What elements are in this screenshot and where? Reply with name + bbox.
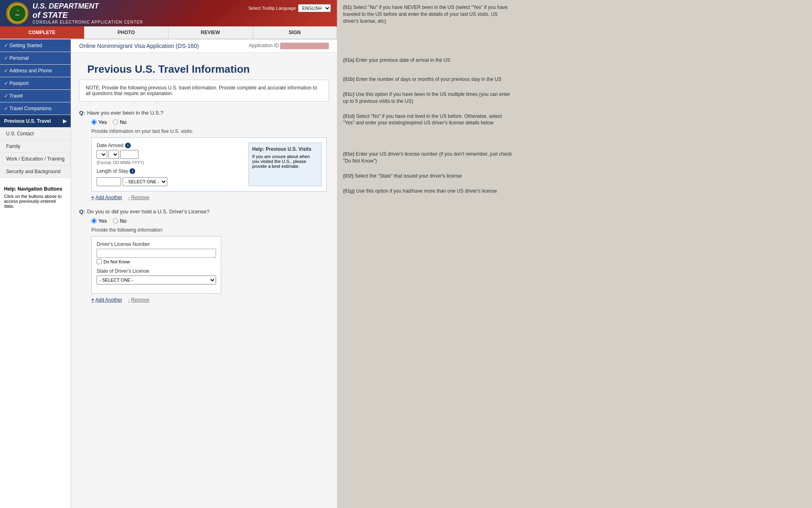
los-row: - SELECT ONE - — [97, 177, 242, 186]
ann-01g-text: Use this option if you had/have more tha… — [356, 188, 497, 194]
q1-yes-radio[interactable] — [91, 119, 97, 125]
sidebar-help: Help: Navigation Buttons Click on the bu… — [0, 182, 71, 213]
annotation-01f: (01f) Select the "State" that issued you… — [343, 173, 514, 180]
ann-01c-num: (01c) — [343, 91, 354, 97]
date-day-select[interactable] — [97, 150, 107, 159]
dl-do-not-know-label: Do Not Know — [104, 259, 130, 264]
annotation-01d: (01d) Select "No" if you have not lived … — [343, 113, 514, 127]
visit-add-another-link[interactable]: + Add Another — [91, 195, 122, 200]
sidebar-item-travel[interactable]: ✓ Travel — [0, 90, 71, 102]
q1-no-option[interactable]: No — [113, 119, 127, 125]
visit-add-another-text: Add Another — [95, 195, 122, 200]
sidebar-item-getting-started[interactable]: ✓ Getting Started — [0, 39, 71, 52]
sidebar-item-personal[interactable]: ✓ Personal — [0, 52, 71, 65]
dl-number-field: Driver's License Number Do Not Know — [97, 241, 216, 264]
nav-tabs: COMPLETE PHOTO REVIEW SIGN — [0, 26, 337, 39]
q2-label: Q: — [79, 208, 85, 215]
sidebar-item-address[interactable]: ✓ Address and Phone — [0, 65, 71, 77]
date-arrived-info-icon[interactable]: i — [125, 143, 131, 148]
dl-plus-icon: + — [91, 297, 94, 303]
q1-text: Have you ever been in the U.S.? — [87, 110, 163, 116]
visit-help-box: Help: Previous U.S. Visits If you are un… — [248, 143, 322, 186]
dept-subtitle: CONSULAR ELECTRONIC APPLICATION CENTER — [32, 20, 143, 24]
ann-01c-text: Use this option if you have been in the … — [343, 91, 510, 104]
ann-01e-text: Enter your US driver's license number (i… — [343, 151, 512, 164]
ann-01d-text: Select "No" if you have not lived in the… — [343, 113, 502, 126]
date-month-select[interactable] — [108, 150, 119, 159]
los-number-input[interactable] — [97, 177, 121, 186]
annotation-01: (01) Select "No" if you have NEVER been … — [343, 4, 514, 24]
q1-no-radio[interactable] — [113, 119, 118, 125]
q1-answer: Yes No — [91, 119, 329, 125]
q1-yes-label: Yes — [98, 119, 107, 125]
ann-01g-num: (01g) — [343, 188, 355, 194]
dl-state-field: State of Driver's License - SELECT ONE - — [97, 268, 216, 284]
sidebar-help-title: Help: Navigation Buttons — [4, 186, 67, 192]
tab-review[interactable]: REVIEW — [168, 26, 253, 39]
language-selector: Select Tooltip Language ENGLISH — [248, 4, 331, 12]
q2-yes-option[interactable]: Yes — [91, 218, 107, 224]
sidebar-item-travel-companions[interactable]: ✓ Travel Companions — [0, 102, 71, 115]
ann-01a-num: (01a) — [343, 57, 354, 63]
q1-yes-option[interactable]: Yes — [91, 119, 107, 125]
sidebar-nav: ✓ Getting Started ✓ Personal ✓ Address a… — [0, 39, 71, 178]
q2-yes-label: Yes — [98, 218, 107, 224]
visit-add-remove-row: + Add Another - Remove — [91, 195, 327, 200]
annotations-panel: (01) Select "No" if you have NEVER been … — [337, 0, 520, 508]
visit-remove-text: Remove — [131, 195, 149, 200]
visit-left: Date Arrived i — [97, 143, 242, 186]
dl-state-select[interactable]: - SELECT ONE - — [97, 276, 216, 284]
svg-text:SEAL: SEAL — [15, 14, 19, 16]
question-1-block: Q: Have you ever been in the U.S.? Yes N… — [79, 110, 329, 200]
sidebar-item-us-contact[interactable]: U.S. Contact — [0, 128, 71, 140]
visit-remove-link[interactable]: - Remove — [128, 195, 149, 200]
ann-01f-num: (01f) — [343, 173, 353, 179]
tab-complete[interactable]: COMPLETE — [0, 26, 84, 39]
q2-no-option[interactable]: No — [113, 218, 127, 224]
dl-number-label: Driver's License Number — [97, 241, 216, 247]
q2-line: Q: Do you or did you ever hold a U.S. Dr… — [79, 208, 329, 215]
visit-plus-icon: + — [91, 195, 94, 200]
visit-help-title: Help: Previous U.S. Visits — [252, 146, 318, 152]
date-year-input[interactable] — [120, 150, 138, 159]
dl-add-another-text: Add Another — [95, 297, 122, 303]
dept-title: U.S. DEPARTMENT of STATE CONSULAR ELECTR… — [32, 2, 143, 24]
q2-no-radio[interactable] — [113, 218, 118, 224]
q1-no-label: No — [120, 119, 127, 125]
q2-text: Do you or did you ever hold a U.S. Drive… — [87, 208, 209, 215]
annotation-01a: (01a) Enter your previous date of arriva… — [343, 57, 514, 64]
department-seal: ★ SEAL — [6, 2, 28, 24]
ann-01e-num: (01e) — [343, 151, 354, 157]
visit-entry-box: Date Arrived i — [91, 137, 327, 191]
q1-line: Q: Have you ever been in the U.S.? — [79, 110, 329, 116]
dept-name: U.S. DEPARTMENT — [32, 2, 143, 11]
sidebar-item-work-education[interactable]: Work / Education / Training — [0, 153, 71, 165]
sidebar-item-passport[interactable]: ✓ Passport — [0, 77, 71, 90]
app-header: Online Nonimmigrant Visa Application (DS… — [71, 39, 337, 53]
content-area: Previous U.S. Travel Information NOTE: P… — [71, 53, 337, 315]
q2-yes-radio[interactable] — [91, 218, 97, 224]
los-info-icon[interactable]: i — [130, 168, 135, 174]
ann-01f-text: Select the "State" that issued your driv… — [355, 173, 462, 179]
tab-sign[interactable]: SIGN — [253, 26, 337, 39]
sidebar-item-security[interactable]: Security and Background — [0, 165, 71, 178]
los-unit-select[interactable]: - SELECT ONE - — [123, 177, 167, 186]
q1-sublabel: Provide information on your last five U.… — [91, 128, 329, 134]
app-id-value — [280, 43, 329, 49]
visit-minus-icon: - — [128, 195, 130, 200]
dl-do-not-know-checkbox[interactable] — [97, 259, 102, 264]
tab-photo[interactable]: PHOTO — [84, 26, 169, 39]
lang-select[interactable]: ENGLISH — [298, 4, 331, 12]
question-2-block: Q: Do you or did you ever hold a U.S. Dr… — [79, 208, 329, 303]
sidebar-item-previous-us-travel[interactable]: Previous U.S. Travel ▶ — [0, 115, 71, 128]
q1-label: Q: — [79, 110, 85, 116]
dl-add-another-link[interactable]: + Add Another — [91, 297, 122, 303]
dl-remove-link[interactable]: - Remove — [128, 297, 149, 303]
sidebar-arrow-icon: ▶ — [63, 118, 67, 124]
sidebar: ✓ Getting Started ✓ Personal ✓ Address a… — [0, 39, 71, 508]
svg-point-1 — [9, 5, 26, 22]
date-inputs — [97, 150, 242, 159]
sidebar-item-family[interactable]: Family — [0, 140, 71, 153]
dl-number-input[interactable] — [97, 249, 216, 258]
date-format-hint: (Format: DD-MMM-YYYY) — [97, 161, 242, 165]
